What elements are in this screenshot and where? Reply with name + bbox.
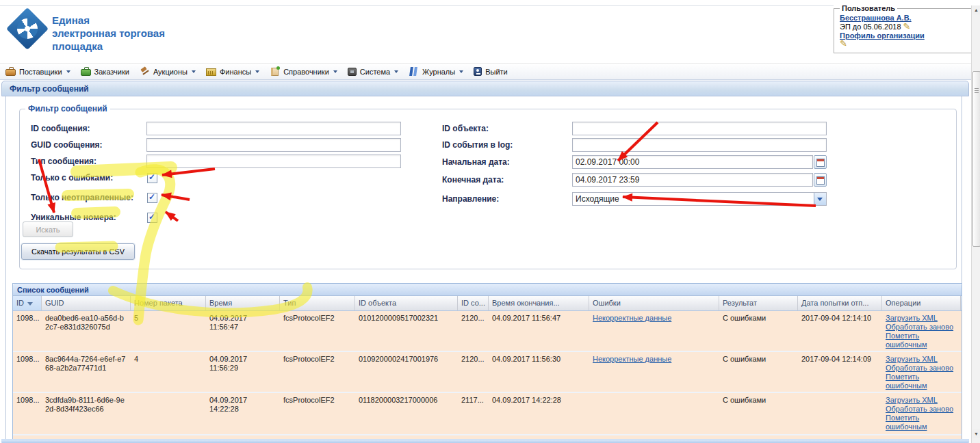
only-unsent-checkbox[interactable] (147, 193, 157, 203)
menu-item-customers[interactable]: Заказчики (81, 67, 129, 76)
column-header-guid[interactable]: GUID (42, 296, 131, 310)
cell-end_time: 04.09.2017 11:56:47 (489, 311, 589, 351)
message-guid-label: GUID сообщения: (31, 138, 103, 152)
scroll-down-icon[interactable]: ▼ (972, 429, 980, 438)
message-id-input[interactable] (146, 122, 401, 135)
menu-item-finance[interactable]: Финансы (206, 68, 259, 76)
briefcase-green-icon (81, 69, 91, 76)
only-errors-label: Только с ошибками: (31, 171, 113, 185)
column-header-event_id[interactable]: ID со... (458, 296, 489, 310)
cell-attempt_date (798, 393, 882, 434)
column-header-object_id[interactable]: ID объекта (355, 296, 458, 310)
table-row[interactable]: 1098...8ac9644a-7264-e6ef-e768-a2b2a7747… (13, 352, 962, 393)
edit-pencil-icon[interactable] (903, 23, 911, 30)
scroll-up-icon[interactable]: ▲ (972, 5, 980, 14)
menu-item-suppliers[interactable]: Поставщики (5, 67, 70, 76)
operation-link[interactable]: Обработать заново (886, 323, 958, 332)
column-header-operations[interactable]: Операции (882, 296, 961, 310)
download-csv-button[interactable]: Скачать результаты в CSV (21, 243, 135, 260)
column-header-time[interactable]: Время (206, 296, 280, 310)
log-event-id-input[interactable] (572, 138, 827, 152)
dropdown-chevron-icon[interactable] (814, 193, 826, 205)
grid-title: Список сообщений (17, 286, 89, 294)
only-errors-checkbox[interactable] (147, 173, 157, 183)
chevron-down-icon (66, 70, 70, 73)
menu-item-journals[interactable]: Журналы (409, 67, 463, 76)
cell-end_time: 04.09.2017 14:22:28 (489, 393, 589, 434)
user-name-link[interactable]: Бесстрашнова А.В. (840, 14, 912, 22)
column-header-errors[interactable]: Ошибки (589, 296, 719, 310)
column-header-id[interactable]: ID (13, 296, 42, 310)
menu-item-system[interactable]: Система (348, 67, 398, 76)
operation-link[interactable]: Пометить ошибочным (886, 373, 958, 390)
operation-link[interactable]: Загрузить XML (886, 314, 958, 323)
cell-event_id: 2117... (458, 393, 489, 434)
cell-guid: 3cdfda9b-8111-6d6e-9e2d-8d34f423ec66 (42, 393, 131, 434)
cell-errors (589, 393, 719, 434)
menu-item-label: Заказчики (94, 68, 129, 76)
cell-errors: Некорректные данные (589, 352, 719, 392)
direction-select[interactable]: Исходящие (572, 192, 827, 206)
end-date-input[interactable] (572, 173, 813, 187)
cell-errors: Некорректные данные (589, 311, 719, 351)
table-row[interactable]: 1098...dea0bed6-ea10-a56d-b2c7-e831d3260… (13, 311, 962, 352)
direction-value: Исходящие (576, 194, 619, 204)
table-row[interactable]: 1098...3cdfda9b-8111-6d6e-9e2d-8d34f423e… (13, 393, 962, 435)
menu-item-auctions[interactable]: Аукционы (140, 67, 196, 76)
error-details-link[interactable]: Некорректные данные (593, 314, 671, 322)
org-profile-link[interactable]: Профиль организации (840, 31, 925, 40)
column-header-attempt_date[interactable]: Дата попытки отп... (798, 296, 882, 310)
message-guid-input[interactable] (146, 138, 401, 152)
bottom-scroll-strip[interactable] (1, 439, 969, 443)
cell-time: 04.09.2017 11:56:47 (206, 311, 280, 351)
start-date-input[interactable] (572, 155, 813, 169)
cell-package: 5 (131, 311, 206, 351)
cell-id: 1098... (13, 311, 42, 351)
chevron-down-icon (459, 70, 463, 73)
cell-end_time: 04.09.2017 11:56:30 (489, 352, 589, 392)
menu-item-label: Выйти (485, 68, 508, 76)
exit-icon (474, 67, 482, 76)
chevron-down-icon (192, 70, 196, 73)
scrollbar-thumb[interactable] (972, 71, 980, 247)
operation-link[interactable]: Обработать заново (886, 364, 958, 373)
column-header-package[interactable]: Номер пакета (131, 296, 206, 310)
message-type-label: Тип сообщения: (31, 155, 96, 168)
operation-link[interactable]: Пометить ошибочным (886, 332, 958, 349)
cell-object_id: 0109200002417001976 (355, 352, 458, 392)
cell-object_id: 0118200003217000006 (355, 393, 458, 434)
column-header-result[interactable]: Результат (719, 296, 798, 310)
calendar-icon[interactable] (814, 155, 827, 169)
operation-link[interactable]: Пометить ошибочным (886, 414, 958, 431)
menu-item-exit[interactable]: Выйти (474, 67, 508, 76)
cell-id: 1098... (13, 352, 42, 392)
menu-item-label: Справочники (283, 68, 329, 76)
chevron-down-icon (394, 70, 398, 73)
chevron-down-icon (255, 70, 259, 73)
operation-link[interactable]: Загрузить XML (886, 355, 958, 364)
cell-attempt_date: 2017-09-04 12:14:09 (798, 352, 882, 392)
edit-pencil-icon[interactable] (840, 40, 847, 47)
operation-link[interactable]: Обработать заново (886, 405, 958, 414)
cell-event_id: 2120... (458, 352, 489, 392)
start-date-label: Начальная дата: (442, 155, 510, 169)
object-id-input[interactable] (572, 122, 827, 135)
object-id-label: ID объекта: (442, 122, 489, 135)
menu-item-label: Система (360, 68, 390, 76)
cell-operations: Загрузить XMLОбработать зановоПометить о… (882, 352, 961, 392)
filter-panel: Фильтр сообщений Искать Скачать результа… (19, 104, 957, 269)
operation-link[interactable]: Загрузить XML (886, 396, 958, 405)
page-title: Фильтр сообщений (10, 84, 89, 94)
cell-package: 4 (131, 352, 206, 392)
message-type-input[interactable] (146, 155, 401, 168)
menu-item-label: Журналы (422, 68, 455, 76)
unique-numbers-checkbox[interactable] (147, 213, 157, 223)
vertical-scrollbar[interactable]: ▲ ▼ (971, 5, 980, 443)
menu-item-directories[interactable]: Справочники (270, 68, 337, 76)
error-details-link[interactable]: Некорректные данные (593, 355, 671, 363)
calendar-icon[interactable] (814, 173, 827, 187)
column-header-end_time[interactable]: Время окончания... (489, 296, 589, 310)
eetp-logo-icon (8, 10, 47, 48)
column-header-type[interactable]: Тип (280, 296, 355, 310)
cell-guid: dea0bed6-ea10-a56d-b2c7-e831d326075d (42, 311, 131, 351)
